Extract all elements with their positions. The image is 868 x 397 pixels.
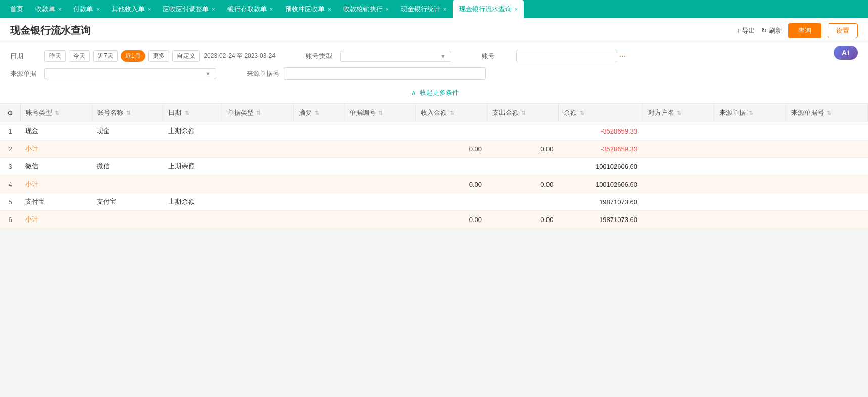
td-account-name: 支付宝 bbox=[92, 193, 163, 211]
th-date[interactable]: 日期 ⇅ bbox=[163, 104, 222, 122]
table-row: 2 小计 0.00 0.00 -3528659.33 bbox=[0, 140, 868, 158]
settings-button[interactable]: 设置 bbox=[828, 23, 858, 38]
th-account-type[interactable]: 账号类型 ⇅ bbox=[20, 104, 92, 122]
date-btn-custom[interactable]: 自定义 bbox=[172, 50, 200, 62]
td-income bbox=[416, 158, 487, 175]
nav-tab-6[interactable]: 收款核销执行 × bbox=[337, 0, 395, 18]
date-btn-more[interactable]: 更多 bbox=[148, 50, 169, 62]
export-button[interactable]: ↑ 导出 bbox=[737, 26, 756, 35]
page-title: 现金银行流水查询 bbox=[10, 24, 91, 37]
source-doc-no-input[interactable] bbox=[284, 67, 486, 80]
td-balance: -3528659.33 bbox=[559, 122, 643, 140]
date-btn-1month[interactable]: 近1月 bbox=[121, 50, 146, 62]
td-summary bbox=[294, 140, 344, 158]
td-account-type: 支付宝 bbox=[20, 193, 92, 211]
th-summary[interactable]: 摘要 ⇅ bbox=[294, 104, 344, 122]
sort-icon: ⇅ bbox=[315, 110, 319, 116]
date-btn-today[interactable]: 今天 bbox=[69, 50, 90, 62]
account-type-label: 账号类型 bbox=[306, 52, 336, 61]
nav-tab-1[interactable]: 付款单 × bbox=[67, 0, 105, 18]
nav-tab-4[interactable]: 银行存取款单 × bbox=[221, 0, 279, 18]
close-icon[interactable]: × bbox=[212, 6, 215, 12]
source-doc-select[interactable]: ▼ bbox=[44, 68, 216, 79]
th-source-doc-no[interactable]: 来源单据号 ⇅ bbox=[786, 104, 868, 122]
td-source-doc-no bbox=[786, 175, 868, 193]
td-doc-no bbox=[344, 140, 415, 158]
th-doc-no[interactable]: 单据编号 ⇅ bbox=[344, 104, 415, 122]
table-row: 4 小计 0.00 0.00 100102606.60 bbox=[0, 175, 868, 193]
close-icon[interactable]: × bbox=[328, 6, 331, 12]
sort-icon: ⇅ bbox=[185, 110, 189, 116]
td-account-name bbox=[92, 175, 163, 193]
account-dots-button[interactable]: ··· bbox=[619, 52, 626, 61]
date-btn-yesterday[interactable]: 昨天 bbox=[44, 50, 66, 62]
nav-tab-5[interactable]: 预收冲应收单 × bbox=[279, 0, 337, 18]
td-income bbox=[416, 193, 487, 211]
date-options: 昨天 今天 近7天 近1月 更多 自定义 bbox=[44, 50, 200, 62]
nav-tab-3[interactable]: 应收应付调整单 × bbox=[157, 0, 221, 18]
td-doc-type bbox=[222, 175, 293, 193]
td-counterpart bbox=[643, 122, 714, 140]
th-balance[interactable]: 余额 ⇅ bbox=[559, 104, 643, 122]
td-account-name: 微信 bbox=[92, 158, 163, 175]
td-account-type: 小计 bbox=[20, 140, 92, 158]
close-icon[interactable]: × bbox=[148, 6, 151, 12]
th-income[interactable]: 收入金额 ⇅ bbox=[416, 104, 487, 122]
sort-icon: ⇅ bbox=[256, 110, 261, 116]
td-doc-no bbox=[344, 158, 415, 175]
table-row: 6 小计 0.00 0.00 19871073.60 bbox=[0, 211, 868, 229]
th-account-name[interactable]: 账号名称 ⇅ bbox=[92, 104, 163, 122]
close-icon[interactable]: × bbox=[515, 6, 518, 12]
refresh-button[interactable]: ↻ 刷新 bbox=[761, 26, 782, 35]
chevron-down-icon-2: ▼ bbox=[205, 71, 211, 77]
td-doc-type bbox=[222, 122, 293, 140]
close-icon[interactable]: × bbox=[96, 6, 99, 12]
account-type-select[interactable]: ▼ bbox=[340, 51, 451, 62]
nav-home[interactable]: 首页 bbox=[4, 5, 29, 14]
query-button[interactable]: 查询 bbox=[788, 23, 821, 38]
account-input[interactable] bbox=[516, 50, 617, 62]
td-source-doc-no bbox=[786, 122, 868, 140]
th-counterpart[interactable]: 对方户名 ⇅ bbox=[643, 104, 714, 122]
collapse-bar[interactable]: ∧ 收起更多条件 bbox=[10, 85, 858, 99]
table-row: 3 微信 微信 上期余额 100102606.60 bbox=[0, 158, 868, 175]
td-date bbox=[163, 175, 222, 193]
date-range: 2023-02-24 至 2023-03-24 bbox=[204, 52, 275, 60]
td-account-type: 现金 bbox=[20, 122, 92, 140]
td-summary bbox=[294, 158, 344, 175]
td-doc-no bbox=[344, 122, 415, 140]
td-source-doc-no bbox=[786, 193, 868, 211]
td-counterpart bbox=[643, 211, 714, 229]
filter-area: 日期 昨天 今天 近7天 近1月 更多 自定义 2023-02-24 至 202… bbox=[0, 43, 868, 104]
td-account-name bbox=[92, 211, 163, 229]
td-account-type: 微信 bbox=[20, 158, 92, 175]
close-icon[interactable]: × bbox=[443, 6, 446, 12]
close-icon[interactable]: × bbox=[270, 6, 273, 12]
td-source-doc-no bbox=[786, 140, 868, 158]
td-summary bbox=[294, 211, 344, 229]
td-counterpart bbox=[643, 158, 714, 175]
nav-tab-8[interactable]: 现金银行流水查询 × bbox=[453, 0, 524, 18]
td-account-name bbox=[92, 140, 163, 158]
th-settings[interactable]: ⚙ bbox=[0, 104, 20, 122]
sort-icon: ⇅ bbox=[580, 110, 584, 116]
td-balance: 19871073.60 bbox=[559, 211, 643, 229]
nav-tab-0[interactable]: 收款单 × bbox=[29, 0, 67, 18]
table-container: ⚙ 账号类型 ⇅ 账号名称 ⇅ 日期 ⇅ 单据类型 ⇅ bbox=[0, 104, 868, 229]
td-index: 3 bbox=[0, 158, 20, 175]
nav-tab-2[interactable]: 其他收入单 × bbox=[106, 0, 157, 18]
close-icon[interactable]: × bbox=[386, 6, 389, 12]
date-btn-7days[interactable]: 近7天 bbox=[93, 50, 118, 62]
account-filter: 账号 ··· bbox=[482, 50, 626, 62]
nav-tab-7[interactable]: 现金银行统计 × bbox=[395, 0, 452, 18]
td-date: 上期余额 bbox=[163, 193, 222, 211]
td-date: 上期余额 bbox=[163, 122, 222, 140]
th-doc-type[interactable]: 单据类型 ⇅ bbox=[222, 104, 293, 122]
close-icon[interactable]: × bbox=[58, 6, 61, 12]
td-income: 0.00 bbox=[416, 175, 487, 193]
ai-button[interactable]: Ai bbox=[834, 46, 858, 60]
th-expense[interactable]: 支出金额 ⇅ bbox=[487, 104, 558, 122]
th-source-doc[interactable]: 来源单据 ⇅ bbox=[714, 104, 786, 122]
td-account-type: 小计 bbox=[20, 211, 92, 229]
data-table: ⚙ 账号类型 ⇅ 账号名称 ⇅ 日期 ⇅ 单据类型 ⇅ bbox=[0, 104, 868, 229]
